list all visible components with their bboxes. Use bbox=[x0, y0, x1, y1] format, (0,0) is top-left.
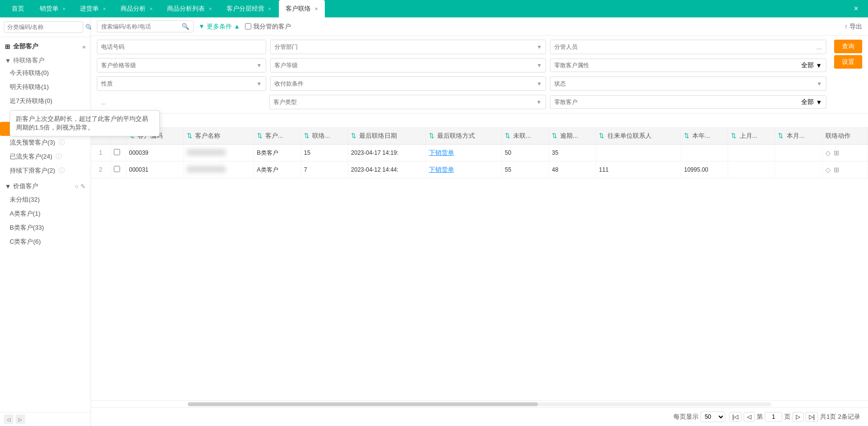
filter-cust-level-input[interactable] bbox=[301, 62, 534, 69]
filter-payment-input[interactable] bbox=[306, 80, 534, 87]
sidebar-item-class-c[interactable]: C类客户(6) bbox=[0, 235, 91, 249]
page-prev-btn[interactable]: ◁ bbox=[744, 412, 755, 422]
th-last-month[interactable]: ⇅ 上月... bbox=[728, 128, 775, 145]
filter-nature[interactable]: 性质 ▼ bbox=[97, 76, 266, 91]
th-contact-count[interactable]: ⇅ 联络... bbox=[301, 128, 348, 145]
page-first-btn[interactable]: |◁ bbox=[729, 412, 742, 422]
filter-scatter-attr[interactable]: 零散客户属性 全部 ▼ bbox=[550, 59, 826, 72]
th-last-contact-date[interactable]: ⇅ 最后联络日期 bbox=[348, 128, 426, 145]
nav-tab-customer-contact[interactable]: 客户联络 × bbox=[279, 0, 324, 17]
scroll-bar-area[interactable] bbox=[91, 400, 868, 407]
filter-nature-input[interactable] bbox=[116, 80, 254, 87]
filter-phone[interactable]: 电话号码 bbox=[97, 40, 266, 54]
my-customers-checkbox[interactable] bbox=[245, 23, 251, 29]
filter-nature-chevron[interactable]: ▼ bbox=[257, 81, 262, 87]
query-button[interactable]: 查询 bbox=[834, 40, 862, 53]
cell-last-contact-method[interactable]: 下销货单 bbox=[426, 145, 502, 162]
th-cust-type[interactable]: ⇅ 客户... bbox=[254, 128, 301, 145]
filter-more-btn[interactable]: ▼ 更多条件 ▲ bbox=[198, 22, 240, 31]
filter-cust-type-input[interactable] bbox=[300, 99, 533, 105]
filter-cust-type[interactable]: 客户类型 ▼ bbox=[269, 95, 546, 109]
filter-manager-input[interactable] bbox=[580, 44, 813, 50]
cell-check[interactable] bbox=[110, 162, 126, 178]
nav-tab-customer-contact-close[interactable]: × bbox=[315, 6, 318, 12]
filter-scatter-customer-chevron[interactable]: ▼ bbox=[816, 99, 822, 106]
nav-tab-purchase-close[interactable]: × bbox=[103, 6, 106, 12]
scroll-track[interactable] bbox=[188, 402, 771, 406]
per-page-select[interactable]: 50 100 200 bbox=[701, 412, 725, 422]
filter-price-level[interactable]: 客户价格等级 ▼ bbox=[97, 58, 266, 73]
th-overdue[interactable]: ⇅ 逾期... bbox=[549, 128, 596, 145]
nav-tab-sales[interactable]: 销货单 × bbox=[33, 0, 72, 17]
filter-cust-level[interactable]: 客户等级 ▼ bbox=[270, 58, 547, 73]
contact-method-link[interactable]: 下销货单 bbox=[429, 166, 454, 173]
action-icon-1[interactable]: ◇ bbox=[825, 149, 831, 157]
nav-tab-home[interactable]: 首页 bbox=[4, 0, 32, 17]
filter-price-chevron[interactable]: ▼ bbox=[257, 62, 262, 68]
cell-last-contact-method[interactable]: 下销货单 bbox=[426, 162, 502, 178]
th-this-month[interactable]: ⇅ 本月... bbox=[775, 128, 822, 145]
sidebar-item-7days[interactable]: 近7天待联络(0) bbox=[0, 94, 91, 108]
th-contacts-person[interactable]: ⇅ 往来单位联系人 bbox=[596, 128, 681, 145]
scroll-thumb[interactable] bbox=[188, 402, 538, 406]
row-checkbox[interactable] bbox=[114, 149, 120, 155]
sidebar-item-class-a[interactable]: A类客户(1) bbox=[0, 207, 91, 221]
nav-tab-analysis-close[interactable]: × bbox=[150, 6, 152, 12]
settings-button[interactable]: 设置 bbox=[834, 55, 862, 69]
filter-payment[interactable]: 收付款条件 ▼ bbox=[270, 76, 547, 91]
nav-tab-sales-close[interactable]: × bbox=[62, 6, 65, 12]
export-button[interactable]: ↑ 导出 bbox=[845, 22, 863, 31]
close-all-button[interactable]: × bbox=[848, 4, 864, 13]
sidebar-item-churned[interactable]: 已流失客户(24) ⓘ bbox=[0, 150, 91, 164]
filter-scatter-customer[interactable]: 零散客户 全部 ▼ bbox=[550, 95, 826, 109]
sidebar-item-ungrouped[interactable]: 未分组(32) bbox=[0, 193, 91, 207]
action-icon-2[interactable]: ⊞ bbox=[834, 149, 839, 157]
filter-cust-level-chevron[interactable]: ▼ bbox=[536, 62, 542, 68]
nav-tab-analysis-list-close[interactable]: × bbox=[209, 6, 212, 12]
edit-icon[interactable]: ✎ bbox=[80, 183, 86, 190]
th-last-contact-method[interactable]: ⇅ 最后联络方式 bbox=[426, 128, 502, 145]
filter-phone-input[interactable] bbox=[127, 44, 262, 50]
sidebar-item-tomorrow[interactable]: 明天待联络(1) bbox=[0, 80, 91, 94]
contact-method-link[interactable]: 下销货单 bbox=[429, 149, 454, 156]
filter-dept-input[interactable] bbox=[301, 44, 534, 50]
sidebar-item-declining[interactable]: 持续下滑客户(2) ⓘ bbox=[0, 164, 91, 178]
sidebar-pending-group[interactable]: ▼ 待联络客户 bbox=[0, 54, 91, 66]
sidebar-search-input[interactable] bbox=[4, 21, 83, 33]
nav-tab-analysis[interactable]: 商品分析 × bbox=[114, 0, 159, 17]
row-checkbox[interactable] bbox=[114, 166, 120, 172]
filter-status-chevron[interactable]: ▼ bbox=[817, 81, 822, 87]
cell-name[interactable] bbox=[183, 162, 254, 178]
th-year-amount[interactable]: ⇅ 本年... bbox=[681, 128, 728, 145]
nav-tab-purchase[interactable]: 进货单 × bbox=[73, 0, 112, 17]
filter-manager[interactable]: 分管人员 ... bbox=[550, 40, 826, 54]
th-name[interactable]: ⇅ 客户名称 bbox=[183, 128, 254, 145]
filter-status-input[interactable] bbox=[569, 80, 814, 87]
action-icon-2[interactable]: ⊞ bbox=[834, 166, 839, 174]
nav-tab-analysis-list[interactable]: 商品分析列表 × bbox=[160, 0, 218, 17]
cell-check[interactable] bbox=[110, 145, 126, 162]
filter-search-icon[interactable]: 🔍 bbox=[182, 23, 189, 30]
page-next-btn[interactable]: ▷ bbox=[792, 412, 804, 422]
per-page-select-box[interactable]: 50 100 200 bbox=[700, 411, 725, 422]
filter-payment-chevron[interactable]: ▼ bbox=[536, 81, 542, 87]
row4-dots[interactable]: ... bbox=[101, 98, 107, 106]
sidebar-nav-left[interactable]: ◁ bbox=[4, 414, 14, 424]
filter-price-level-input[interactable] bbox=[139, 62, 254, 69]
filter-dept[interactable]: 分管部门 ▼ bbox=[270, 40, 547, 54]
nav-tab-customer-mgmt[interactable]: 客户分层经营 × bbox=[220, 0, 278, 17]
nav-tab-customer-mgmt-close[interactable]: × bbox=[268, 6, 271, 12]
cell-name[interactable] bbox=[183, 145, 254, 162]
sidebar-collapse-icon[interactable]: » bbox=[82, 43, 86, 50]
circle-icon[interactable]: ○ bbox=[75, 183, 78, 190]
sidebar-nav-right[interactable]: ▷ bbox=[15, 414, 25, 424]
action-icon-1[interactable]: ◇ bbox=[825, 166, 831, 174]
filter-cust-type-chevron[interactable]: ▼ bbox=[536, 99, 542, 105]
th-uncontacted[interactable]: ⇅ 未联... bbox=[502, 128, 548, 145]
filter-status[interactable]: 状态 ▼ bbox=[550, 76, 826, 91]
page-input[interactable] bbox=[765, 412, 782, 422]
filter-manager-dots[interactable]: ... bbox=[816, 43, 822, 51]
sidebar-all-customers[interactable]: ⊞ 全部客户 » bbox=[0, 39, 91, 54]
filter-dept-chevron[interactable]: ▼ bbox=[536, 44, 542, 50]
sidebar-item-class-b[interactable]: B类客户(33) bbox=[0, 221, 91, 235]
